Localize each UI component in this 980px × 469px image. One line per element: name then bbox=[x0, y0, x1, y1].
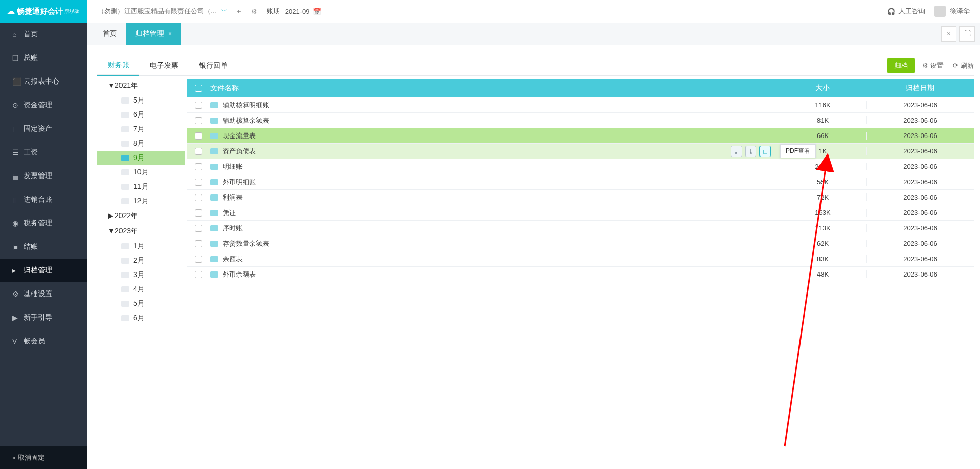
checkbox-all[interactable] bbox=[195, 85, 202, 92]
month-label: 6月 bbox=[133, 110, 145, 120]
table-row[interactable]: 外币余额表48K2023-06-06 bbox=[187, 267, 974, 282]
nav-icon: ⊙ bbox=[12, 101, 24, 109]
download-excel-icon[interactable]: ⭳ bbox=[731, 146, 742, 157]
close-tab-button[interactable]: × bbox=[941, 26, 956, 42]
table-row[interactable]: 利润表72K2023-06-06 bbox=[187, 190, 974, 205]
nav-item[interactable]: ▣结账 bbox=[0, 235, 87, 259]
table-row[interactable]: 辅助核算余额表81K2023-06-06 bbox=[187, 113, 974, 128]
nav-item[interactable]: ⬛云报表中心 bbox=[0, 70, 87, 93]
folder-icon bbox=[121, 272, 129, 278]
month-label: 2月 bbox=[133, 256, 145, 265]
refresh-link[interactable]: ⟳刷新 bbox=[953, 61, 974, 70]
tree-month[interactable]: 7月 bbox=[97, 122, 185, 136]
checkbox[interactable] bbox=[195, 179, 202, 186]
tree-month[interactable]: 8月 bbox=[97, 136, 185, 151]
checkbox[interactable] bbox=[195, 132, 202, 140]
tree-month[interactable]: 4月 bbox=[97, 282, 185, 297]
support-button[interactable]: 🎧 人工咨询 bbox=[884, 7, 925, 16]
tree-month[interactable]: 5月 bbox=[97, 297, 185, 311]
checkbox[interactable] bbox=[195, 209, 202, 217]
archive-date: 2023-06-06 bbox=[903, 116, 937, 124]
subtab-bankreceipt[interactable]: 银行回单 bbox=[189, 55, 238, 76]
tree-month[interactable]: 5月 bbox=[97, 93, 185, 108]
settings-link[interactable]: ⚙设置 bbox=[922, 61, 944, 70]
archive-date: 2023-06-06 bbox=[903, 147, 937, 155]
tree-month[interactable]: 1月 bbox=[97, 239, 185, 253]
tab-home[interactable]: 首页 bbox=[93, 23, 126, 45]
table-row[interactable]: 存货数量余额表62K2023-06-06 bbox=[187, 236, 974, 251]
avatar[interactable] bbox=[934, 6, 946, 17]
archive-date: 2023-06-06 bbox=[903, 270, 937, 278]
nav-item[interactable]: ◉税务管理 bbox=[0, 211, 87, 235]
nav-item[interactable]: ▸归档管理 bbox=[0, 259, 87, 282]
file-size: 72K bbox=[817, 193, 829, 201]
tab-archive-management[interactable]: 归档管理 × bbox=[126, 23, 181, 45]
table-row[interactable]: 凭证163K2023-06-06 bbox=[187, 205, 974, 221]
nav-label: 归档管理 bbox=[24, 266, 52, 275]
tree-month[interactable]: 6月 bbox=[97, 108, 185, 122]
checkbox[interactable] bbox=[195, 102, 202, 109]
table-row[interactable]: 余额表83K2023-06-06 bbox=[187, 251, 974, 267]
period-value[interactable]: 2021-09 bbox=[285, 8, 310, 15]
month-label: 12月 bbox=[133, 197, 149, 206]
chevron-down-icon[interactable]: ﹀ bbox=[221, 7, 227, 16]
nav-item[interactable]: ▥进销台账 bbox=[0, 188, 87, 211]
calendar-icon[interactable]: 📅 bbox=[313, 8, 321, 15]
file-size: 113K bbox=[815, 224, 830, 232]
company-selector[interactable]: （勿删）江西服宝精品有限责任公司（... bbox=[97, 7, 216, 16]
subtab-finance[interactable]: 财务账 bbox=[97, 55, 139, 76]
tree-year-2023[interactable]: ▼2023年 bbox=[97, 224, 185, 239]
tree-month[interactable]: 11月 bbox=[97, 180, 185, 194]
nav-item[interactable]: ⌂首页 bbox=[0, 23, 87, 46]
tree-month[interactable]: 6月 bbox=[97, 311, 185, 325]
file-name: 明细账 bbox=[223, 162, 243, 171]
checkbox[interactable] bbox=[195, 148, 202, 155]
nav-item[interactable]: ⚙基础设置 bbox=[0, 282, 87, 306]
tree-month[interactable]: 3月 bbox=[97, 268, 185, 282]
nav-item[interactable]: ❐总账 bbox=[0, 46, 87, 70]
gear-icon[interactable]: ⚙ bbox=[251, 8, 257, 15]
nav-item[interactable]: ☰工资 bbox=[0, 141, 87, 164]
table-row[interactable]: 明细账246K2023-06-06 bbox=[187, 159, 974, 174]
checkbox[interactable] bbox=[195, 256, 202, 263]
checkbox[interactable] bbox=[195, 225, 202, 232]
download-pdf-icon[interactable]: ⭳ bbox=[745, 146, 756, 157]
tree-month[interactable]: 2月 bbox=[97, 253, 185, 268]
file-size: 55K bbox=[817, 178, 829, 186]
table-row[interactable]: 外币明细账55K2023-06-06 bbox=[187, 174, 974, 190]
subtab-einvoice[interactable]: 电子发票 bbox=[139, 55, 189, 76]
checkbox[interactable] bbox=[195, 194, 202, 201]
close-icon[interactable]: × bbox=[168, 30, 172, 37]
col-date: 归档日期 bbox=[906, 84, 934, 92]
table-row[interactable]: 辅助核算明细账116K2023-06-06 bbox=[187, 97, 974, 113]
add-icon[interactable]: ＋ bbox=[235, 7, 242, 16]
tree-month[interactable]: 9月 bbox=[97, 151, 185, 165]
pdf-view-icon[interactable]: ◻ bbox=[759, 146, 771, 157]
folder-icon bbox=[210, 210, 218, 216]
period-label: 账期 bbox=[267, 7, 280, 16]
table-row[interactable]: 资产负债表⭳⭳◻PDF查看1K2023-06-06 bbox=[187, 144, 974, 159]
checkbox[interactable] bbox=[195, 240, 202, 247]
archive-date: 2023-06-06 bbox=[903, 178, 937, 186]
month-label: 9月 bbox=[133, 153, 145, 163]
checkbox[interactable] bbox=[195, 271, 202, 278]
table-row[interactable]: 现金流量表66K2023-06-06 bbox=[187, 128, 974, 144]
nav-item[interactable]: ▶新手引导 bbox=[0, 306, 87, 329]
checkbox[interactable] bbox=[195, 163, 202, 170]
month-label: 3月 bbox=[133, 270, 145, 280]
tree-year-2021[interactable]: ▼2021年 bbox=[97, 78, 185, 93]
nav-item[interactable]: ▦发票管理 bbox=[0, 164, 87, 188]
fullscreen-button[interactable]: ⛶ bbox=[959, 26, 975, 42]
folder-icon bbox=[210, 148, 218, 154]
tree-year-2022[interactable]: ▶2022年 bbox=[97, 208, 185, 224]
archive-button[interactable]: 归档 bbox=[887, 58, 915, 73]
nav-item[interactable]: ▤固定资产 bbox=[0, 117, 87, 141]
checkbox[interactable] bbox=[195, 117, 202, 124]
table-row[interactable]: 序时账113K2023-06-06 bbox=[187, 221, 974, 236]
username[interactable]: 徐泽华 bbox=[946, 7, 970, 16]
sidebar-footer-unpin[interactable]: « 取消固定 bbox=[0, 446, 87, 469]
tree-month[interactable]: 12月 bbox=[97, 194, 185, 208]
nav-item[interactable]: V畅会员 bbox=[0, 329, 87, 353]
nav-item[interactable]: ⊙资金管理 bbox=[0, 93, 87, 117]
tree-month[interactable]: 10月 bbox=[97, 165, 185, 180]
